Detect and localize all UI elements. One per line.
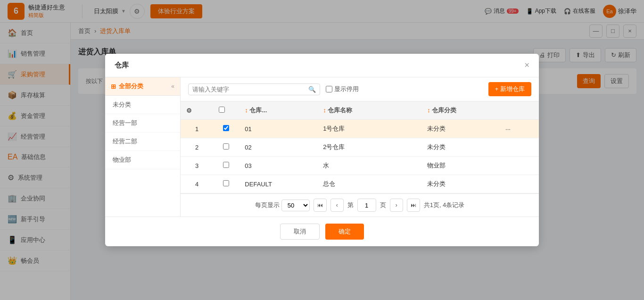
search-icon[interactable]: 🔍 [308, 86, 316, 93]
row-checkbox[interactable] [223, 125, 229, 131]
cell-category: 未分类 [421, 175, 500, 193]
category-all-icon: ⊞ [111, 83, 116, 90]
page-unit: 页 [380, 201, 386, 209]
modal-close-button[interactable]: × [524, 60, 529, 70]
show-disabled-label[interactable]: 显示停用 [326, 85, 359, 93]
cell-category: 未分类 [421, 138, 500, 157]
category-item-op1[interactable]: 经营一部 [105, 114, 180, 133]
row-checkbox[interactable] [223, 143, 229, 150]
per-page-label: 每页显示 [255, 201, 280, 209]
cell-code: 02 [239, 138, 317, 157]
data-table: ⚙ ↕ 仓库... ↕ [181, 101, 539, 193]
cell-index: 3 [181, 157, 213, 175]
cell-check[interactable] [213, 157, 239, 175]
th-name[interactable]: ↕ 仓库名称 [317, 101, 421, 120]
select-all-checkbox[interactable] [219, 107, 225, 113]
cell-name: 水 [317, 157, 421, 175]
category-panel: ⊞ 全部分类 « 未分类 经营一部 经营二部 物业部 [105, 77, 181, 217]
sort-icon-code: ↕ [245, 107, 248, 114]
next-page-button[interactable]: › [390, 199, 403, 212]
modal-body: ⊞ 全部分类 « 未分类 经营一部 经营二部 物业部 🔍 [105, 77, 539, 217]
modal-footer: 取消 确定 [105, 217, 539, 246]
cell-category: 未分类 [421, 120, 500, 138]
gear-th-icon: ⚙ [186, 107, 192, 114]
first-page-button[interactable]: ⏮ [314, 199, 327, 212]
page-size-select: 每页显示 50 100 200 [255, 200, 310, 211]
table-toolbar: 🔍 显示停用 + 新增仓库 [181, 77, 539, 101]
sort-icon-name: ↕ [323, 107, 326, 114]
pagination-bar: 每页显示 50 100 200 ⏮ ‹ 第 页 › ⏭ 共1页, 4条记录 [181, 193, 539, 217]
category-item-op2[interactable]: 经营二部 [105, 133, 180, 151]
cell-actions: ··· [500, 120, 539, 138]
cell-check[interactable] [213, 175, 239, 193]
table-row[interactable]: 2 02 2号仓库 未分类 [181, 138, 539, 157]
th-category[interactable]: ↕ 仓库分类 [421, 101, 500, 120]
th-index: ⚙ [181, 101, 213, 120]
cancel-button[interactable]: 取消 [280, 224, 320, 240]
prev-page-button[interactable]: ‹ [330, 199, 344, 212]
show-disabled-checkbox[interactable] [326, 86, 332, 92]
table-row[interactable]: 3 03 水 物业部 [181, 157, 539, 175]
category-item-property[interactable]: 物业部 [105, 151, 180, 169]
sort-icon-cat: ↕ [427, 107, 430, 114]
modal-overlay: 仓库 × ⊞ 全部分类 « 未分类 经营一部 经营二部 物业部 [0, 0, 644, 300]
category-item-uncat[interactable]: 未分类 [105, 96, 180, 114]
category-all-item[interactable]: ⊞ 全部分类 [111, 82, 143, 91]
cell-name: 2号仓库 [317, 138, 421, 157]
row-checkbox[interactable] [223, 162, 229, 168]
cell-code: 03 [239, 157, 317, 175]
th-check [213, 101, 239, 120]
last-page-button[interactable]: ⏭ [407, 199, 420, 212]
category-all-label: 全部分类 [119, 82, 143, 91]
cell-code: DEFAULT [239, 175, 317, 193]
th-code[interactable]: ↕ 仓库... [239, 101, 317, 120]
confirm-button[interactable]: 确定 [325, 224, 364, 240]
cell-name: 总仓 [317, 175, 421, 193]
cell-category: 物业部 [421, 157, 500, 175]
page-input[interactable] [357, 199, 376, 212]
cell-actions [500, 175, 539, 193]
cell-index: 1 [181, 120, 213, 138]
category-header: ⊞ 全部分类 « [105, 77, 180, 96]
per-page-select[interactable]: 50 100 200 [281, 200, 310, 211]
cell-index: 2 [181, 138, 213, 157]
table-row[interactable]: 4 DEFAULT 总仓 未分类 [181, 175, 539, 193]
cell-check[interactable] [213, 120, 239, 138]
show-disabled-text: 显示停用 [334, 85, 359, 93]
row-checkbox[interactable] [223, 180, 229, 186]
cell-index: 4 [181, 175, 213, 193]
cell-actions [500, 157, 539, 175]
warehouse-modal: 仓库 × ⊞ 全部分类 « 未分类 经营一部 经营二部 物业部 [105, 54, 539, 246]
table-header-row: ⚙ ↕ 仓库... ↕ [181, 101, 539, 120]
cell-name: 1号仓库 [317, 120, 421, 138]
modal-title: 仓库 [115, 61, 129, 70]
cell-check[interactable] [213, 138, 239, 157]
page-info: 共1页, 4条记录 [424, 201, 465, 209]
table-row[interactable]: 1 01 1号仓库 未分类 ··· [181, 120, 539, 138]
table-panel: 🔍 显示停用 + 新增仓库 ⚙ [181, 77, 539, 217]
search-input[interactable] [192, 86, 305, 93]
th-actions [500, 101, 539, 120]
cell-code: 01 [239, 120, 317, 138]
modal-header: 仓库 × [105, 54, 539, 77]
cell-actions [500, 138, 539, 157]
search-box: 🔍 [188, 83, 320, 95]
page-label: 第 [347, 201, 354, 209]
add-warehouse-button[interactable]: + 新增仓库 [488, 82, 531, 96]
category-collapse-button[interactable]: « [171, 83, 174, 90]
